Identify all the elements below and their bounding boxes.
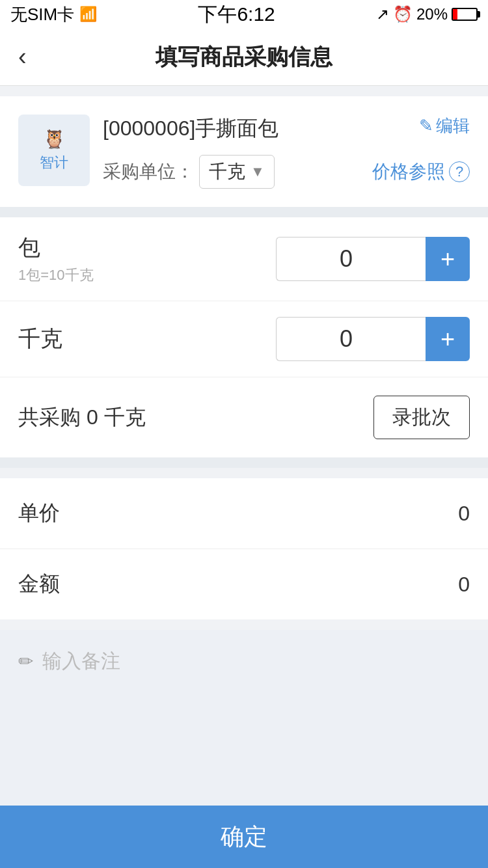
status-left: 无SIM卡 📶 [10, 3, 97, 26]
amount-row: 金额 0 [0, 549, 488, 619]
edit-button[interactable]: ✎ 编辑 [419, 115, 470, 137]
product-logo: 🦉智计 [40, 128, 68, 172]
battery-fill [453, 9, 457, 20]
divider-1 [0, 207, 488, 217]
unit-dropdown-icon: ▼ [251, 163, 265, 180]
carrier-text: 无SIM卡 [10, 3, 74, 26]
unit-select[interactable]: 千克 ▼ [199, 155, 275, 189]
status-bar: 无SIM卡 📶 下午6:12 ↗ ⏰ 20% [0, 0, 488, 29]
bag-plus-button[interactable]: + [426, 237, 470, 281]
kg-number-input[interactable] [276, 317, 426, 361]
total-summary: 共采购 0 千克 [18, 403, 146, 432]
input-section: 包 1包=10千克 + 千克 + [0, 217, 488, 377]
bag-input-controls: + [122, 237, 470, 281]
battery-percent: 20% [416, 5, 448, 23]
unit-price-row: 单价 0 [0, 478, 488, 549]
kg-label: 千克 [18, 324, 122, 354]
product-info: [0000006]手撕面包 ✎ 编辑 采购单位： 千克 ▼ 价格参照 ? [103, 115, 470, 189]
edit-label: 编辑 [436, 115, 470, 137]
wifi-icon: 📶 [79, 6, 97, 23]
price-reference-button[interactable]: 价格参照 ? [372, 159, 470, 184]
product-card: 🦉智计 [0000006]手撕面包 ✎ 编辑 采购单位： 千克 ▼ 价格参照 ? [0, 96, 488, 207]
back-button[interactable]: ‹ [18, 43, 57, 71]
detail-section: 单价 0 金额 0 [0, 478, 488, 619]
status-right: ↗ ⏰ 20% [376, 5, 478, 23]
battery-indicator [452, 8, 478, 21]
summary-row: 共采购 0 千克 录批次 [0, 377, 488, 457]
confirm-button[interactable]: 确定 [0, 806, 488, 868]
product-unit-row: 采购单位： 千克 ▼ 价格参照 ? [103, 155, 470, 189]
product-image: 🦉智计 [18, 115, 90, 186]
kg-plus-button[interactable]: + [426, 317, 470, 361]
bag-input-row: 包 1包=10千克 + [0, 217, 488, 301]
bag-number-input[interactable] [276, 237, 426, 281]
alarm-icon: ⏰ [393, 5, 413, 23]
amount-value: 0 [458, 573, 470, 597]
page-title: 填写商品采购信息 [156, 42, 332, 72]
divider-2 [0, 457, 488, 468]
help-icon: ? [449, 161, 470, 182]
bag-sub-label: 1包=10千克 [18, 265, 122, 285]
amount-label: 金额 [18, 570, 60, 599]
unit-value: 千克 [209, 159, 245, 184]
notes-section[interactable]: ✏ 输入备注 [0, 630, 488, 693]
unit-price-value: 0 [458, 502, 470, 526]
kg-input-row: 千克 + [0, 301, 488, 377]
batch-button[interactable]: 录批次 [373, 396, 470, 439]
location-icon: ↗ [376, 5, 389, 23]
edit-icon: ✎ [419, 116, 433, 136]
nav-bar: ‹ 填写商品采购信息 [0, 29, 488, 86]
product-header: [0000006]手撕面包 ✎ 编辑 [103, 115, 470, 143]
bag-label-group: 包 1包=10千克 [18, 233, 122, 285]
notes-placeholder: 输入备注 [42, 648, 120, 675]
unit-price-label: 单价 [18, 499, 60, 528]
unit-label: 采购单位： [103, 159, 194, 184]
confirm-label: 确定 [221, 821, 267, 853]
bag-label: 包 [18, 233, 122, 263]
kg-label-group: 千克 [18, 324, 122, 354]
status-time: 下午6:12 [198, 1, 275, 28]
pencil-icon: ✏ [18, 651, 33, 672]
price-ref-label: 价格参照 [372, 159, 445, 184]
kg-input-controls: + [122, 317, 470, 361]
product-name: [0000006]手撕面包 [103, 115, 278, 143]
